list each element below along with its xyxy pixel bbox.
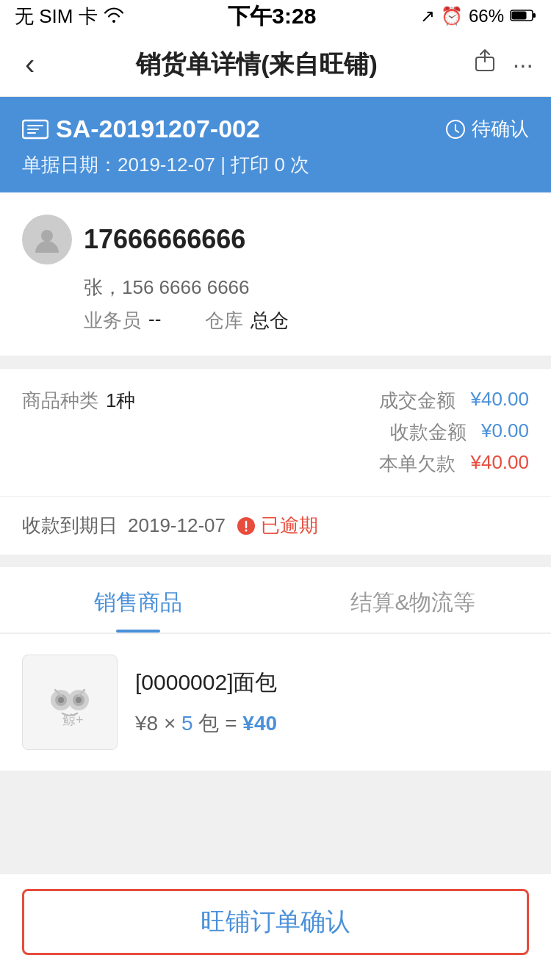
confirm-button[interactable]: 旺铺订单确认 — [22, 889, 529, 955]
back-button[interactable]: ‹ — [18, 40, 42, 88]
salesperson-label: 业务员 — [84, 308, 141, 334]
share-icon[interactable] — [472, 48, 498, 81]
overdue-badge: 已逾期 — [236, 513, 318, 538]
received-label: 收款金额 — [390, 419, 467, 445]
warehouse-label: 仓库 — [205, 308, 243, 334]
customer-sub: 张，156 6666 6666 — [22, 275, 529, 300]
due-section: 收款到期日 2019-12-07 已逾期 — [0, 497, 551, 555]
svg-point-13 — [58, 697, 64, 703]
owed-label: 本单欠款 — [379, 451, 455, 477]
owed-amount: ¥40.00 — [470, 451, 529, 477]
alarm-icon: ⏰ — [441, 6, 463, 26]
status-time: 下午3:28 — [228, 1, 316, 32]
wifi-icon — [104, 5, 124, 28]
received-amount: ¥0.00 — [481, 419, 529, 445]
product-section: 鲸+ [0000002]面包 ¥8 × 5 包 = ¥40 — [0, 634, 551, 771]
product-name: [0000002]面包 — [135, 668, 529, 698]
bottom-bar: 旺铺订单确认 — [0, 873, 551, 980]
transaction-amount: ¥40.00 — [470, 388, 529, 414]
order-id: SA-20191207-002 — [22, 115, 260, 143]
customer-meta: 业务员 -- 仓库 总仓 — [22, 308, 529, 334]
product-info: [0000002]面包 ¥8 × 5 包 = ¥40 — [135, 668, 529, 738]
product-count: 1种 — [106, 388, 135, 414]
svg-point-14 — [76, 697, 82, 703]
order-status: 待确认 — [445, 116, 529, 142]
transaction-label: 成交金额 — [379, 388, 455, 414]
svg-point-8 — [245, 529, 248, 531]
order-date: 单据日期：2019-12-07 | 打印 0 次 — [22, 152, 529, 178]
product-type-label: 商品种类 — [22, 388, 98, 414]
more-icon[interactable]: ··· — [513, 50, 533, 79]
carrier-text: 无 SIM 卡 — [15, 4, 98, 29]
tab-settlement[interactable]: 结算&物流等 — [276, 567, 551, 633]
summary-section: 商品种类 1种 成交金额 ¥40.00 收款金额 ¥0.00 本单欠款 ¥40.… — [0, 368, 551, 497]
order-header: SA-20191207-002 待确认 单据日期：2019-12-07 | 打印… — [0, 97, 551, 192]
svg-rect-2 — [511, 12, 526, 20]
nav-actions: ··· — [472, 48, 533, 81]
due-date-label: 收款到期日 — [22, 513, 118, 538]
svg-text:鲸+: 鲸+ — [62, 713, 84, 727]
svg-rect-1 — [533, 13, 536, 18]
product-item: 鲸+ [0000002]面包 ¥8 × 5 包 = ¥40 — [0, 634, 551, 771]
customer-section: 17666666666 张，156 6666 6666 业务员 -- 仓库 总仓 — [0, 192, 551, 356]
customer-phone: 17666666666 — [84, 224, 245, 255]
salesperson-value: -- — [148, 308, 161, 334]
product-price: ¥8 × 5 包 = ¥40 — [135, 710, 529, 738]
location-icon: ↗ — [420, 6, 435, 26]
tabs: 销售商品 结算&物流等 — [0, 567, 551, 634]
svg-point-6 — [41, 230, 53, 242]
battery-icon — [510, 6, 536, 26]
page-title: 销货单详情(来自旺铺) — [136, 48, 378, 82]
amount-summary: 成交金额 ¥40.00 收款金额 ¥0.00 本单欠款 ¥40.00 — [379, 388, 529, 477]
battery-text: 66% — [469, 6, 504, 26]
status-right: ↗ ⏰ 66% — [420, 6, 536, 26]
status-left: 无 SIM 卡 — [15, 4, 124, 29]
warehouse-value: 总仓 — [251, 308, 289, 334]
due-date-value: 2019-12-07 — [128, 514, 226, 537]
customer-avatar — [22, 215, 72, 264]
nav-bar: ‹ 销货单详情(来自旺铺) ··· — [0, 32, 551, 97]
tab-sales-products[interactable]: 销售商品 — [0, 567, 276, 633]
status-bar: 无 SIM 卡 下午3:28 ↗ ⏰ 66% — [0, 0, 551, 32]
product-image: 鲸+ — [22, 655, 118, 750]
